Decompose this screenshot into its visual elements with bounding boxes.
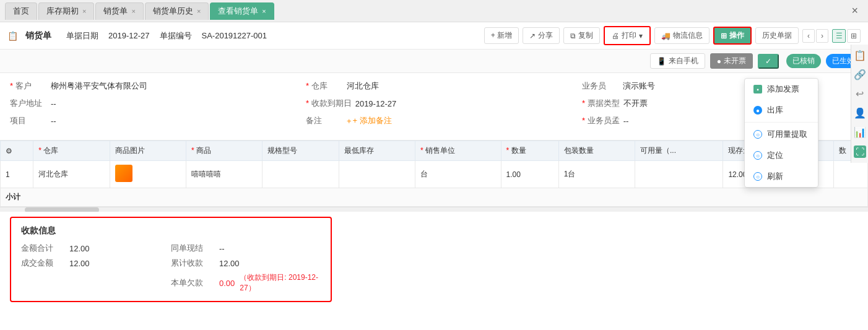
outbound-icon: ● [753,106,762,115]
window-close-button[interactable]: × [846,4,863,17]
due-date-label: 收款到期日 [306,98,352,109]
right-panel-icon-2[interactable]: 🔗 [854,69,866,80]
dropdown-item-refresh[interactable]: ○ 刷新 [745,166,818,187]
operation-button[interactable]: ⊞ 操作 [713,27,752,45]
history-label: 历史单据 [762,30,792,41]
prev-button[interactable]: ‹ [802,29,815,43]
tab-sales-order[interactable]: 销货单 × [95,2,143,20]
date-label: 单据日期 [66,30,98,41]
right-panel-icon-4[interactable]: 👤 [854,107,866,119]
summary-grid: 金额合计 12.00 同单现结 -- 成交金额 12.00 累计收款 12.00… [21,243,321,293]
ticket-icon: ● [717,57,721,66]
doc-meta: 单据日期 2019-12-27 单据编号 SA-20191227-001 [66,30,267,41]
col-min-stock: 最低库存 [339,141,415,161]
tab-home[interactable]: 首页 [5,2,37,20]
doc-title: 销货单 [25,30,51,41]
history-button[interactable]: 历史单据 [755,27,799,44]
refresh-icon: ○ [753,172,762,181]
cell-spec [263,161,339,188]
right-panel-icon-3[interactable]: ↩ [856,88,864,100]
share-icon: ↗ [529,32,536,40]
dropdown-item-available-qty[interactable]: ○ 可用量提取 [745,124,818,145]
add-note-button[interactable]: + + 添加备注 [347,115,392,126]
form-row-1: 客户 柳州粤港平安气体有限公司 仓库 河北仓库 业务员 演示账号 [10,80,858,92]
main-content: 📋 销货单 单据日期 2019-12-27 单据编号 SA-20191227-0… [0,22,868,330]
table-container: ⚙ 仓库 商品图片 商品 规格型号 最低库存 销售单位 数量 包装数量 可用量（… [0,140,868,212]
doc-icon: 📋 [7,31,18,41]
col-settings[interactable]: ⚙ [1,141,33,161]
table-row: 1 河北仓库 嘻嘻嘻嘻 台 1.00 1台 12.00 0. [1,161,868,188]
settings-icon: ⚙ [6,147,12,155]
balance-label: 本单欠款 [171,277,214,289]
scrollbar-stub[interactable] [0,207,868,212]
nav-arrows: ‹ › [802,29,828,43]
tab-view-sales[interactable]: 查看销货单 × [210,2,274,20]
toolbar: 📋 销货单 单据日期 2019-12-27 单据编号 SA-20191227-0… [0,22,868,50]
logistics-button[interactable]: 🚚 物流信息 [654,27,710,44]
form-row-3: 项目 -- 备注 + + 添加备注 业务员孟 -- [10,115,858,126]
tab-sales-history-close[interactable]: × [197,7,201,15]
not-open-ticket-button[interactable]: ● 未开票 [710,53,753,69]
right-panel-icon-expand[interactable]: ⛶ [854,145,866,158]
cell-pack-qty: 1台 [558,161,635,188]
salesman-label: 业务员孟 [582,115,620,126]
employee-value: 演示账号 [623,80,655,92]
cell-index: 1 [1,161,33,188]
scroll-thumb[interactable] [25,207,99,212]
summary-cumulative-receipt: 累计收款 12.00 [171,258,321,269]
locate-icon: ○ [753,151,762,160]
ticket-type-value: 不开票 [623,98,648,109]
customer-label: 客户 [10,80,47,92]
form-row-2: 客户地址 -- 收款到期日 2019-12-27 票据类型 不开票 [10,98,858,109]
copy-button[interactable]: ⧉ 复制 [563,27,600,44]
tab-inventory-init-label: 库存期初 [46,6,79,17]
tab-view-sales-close[interactable]: × [262,7,266,15]
list-view-button[interactable]: ☰ [832,29,846,43]
sub-toolbar: 📱 来自手机 ● 未开票 ✓ 已核销 已生效 [0,50,868,73]
right-panel-icon-1[interactable]: 📋 [854,50,866,61]
customer-value: 柳州粤港平安气体有限公司 [51,80,147,92]
number-value: SA-20191227-001 [202,31,267,40]
right-panel-icon-5[interactable]: 📊 [854,126,866,138]
employee-label: 业务员 [582,80,619,92]
dropdown-item-locate[interactable]: ○ 定位 [745,145,818,166]
product-image [115,165,132,182]
dropdown-item-add-invoice[interactable]: ▪ 添加发票 [745,79,818,100]
dropdown-menu: ▪ 添加发票 ● 出库 ○ 可用量提取 ○ 定位 ○ 刷新 [744,78,818,188]
project-value: -- [51,116,56,126]
confirm-button[interactable]: ✓ [758,54,779,69]
already-voided-badge: 已核销 [786,54,821,68]
tab-sales-history[interactable]: 销货单历史 × [145,2,209,20]
summary-transaction-amount: 成交金额 12.00 [21,258,171,269]
print-button[interactable]: 🖨 打印 ▾ [605,28,649,43]
cell-warehouse: 河北仓库 [33,161,110,188]
tab-sales-order-close[interactable]: × [131,7,135,15]
copy-label: 复制 [578,30,593,41]
confirm-icon: ✓ [765,57,771,66]
print-label: 打印 [622,30,636,41]
salesman-value: -- [623,116,629,126]
tab-inventory-init-close[interactable]: × [82,7,86,15]
dropdown-item-outbound[interactable]: ● 出库 [745,100,818,121]
tab-view-sales-label: 查看销货单 [218,6,258,17]
operation-label: 操作 [729,30,744,41]
print-button-wrapper: 🖨 打印 ▾ [604,26,651,45]
tab-inventory-init[interactable]: 库存期初 × [38,2,94,20]
share-button[interactable]: ↗ 分享 [523,27,560,44]
next-button[interactable]: › [816,29,828,43]
same-order-value: -- [219,244,225,253]
available-qty-label: 可用量提取 [767,129,807,140]
from-phone-button[interactable]: 📱 来自手机 [650,53,705,69]
toolbar-actions: + 新增 ↗ 分享 ⧉ 复制 🖨 打印 ▾ 🚚 物流信息 ⊞ [484,26,861,45]
number-label: 单据编号 [160,30,192,41]
print-icon: 🖨 [612,32,619,40]
new-button[interactable]: + 新增 [484,27,519,44]
grid-view-button[interactable]: ⊞ [847,29,861,43]
add-invoice-icon: ▪ [753,85,762,93]
date-value: 2019-12-27 [108,31,150,40]
available-qty-icon: ○ [753,130,762,139]
col-product: 商品 [186,141,262,161]
table-header-row: ⚙ 仓库 商品图片 商品 规格型号 最低库存 销售单位 数量 包装数量 可用量（… [1,141,868,161]
view-toggle: ☰ ⊞ [832,29,861,43]
not-open-ticket-label: 未开票 [724,56,746,66]
